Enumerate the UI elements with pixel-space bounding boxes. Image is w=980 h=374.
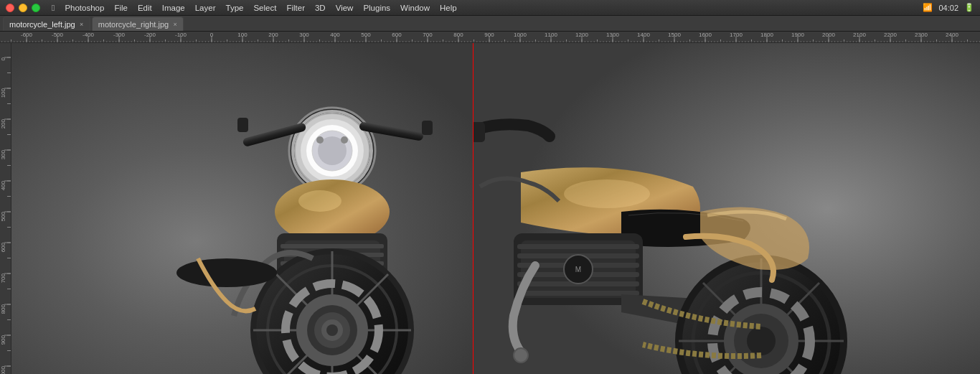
svg-text:M: M [575,266,581,274]
tab-close-0[interactable]: × [77,20,86,29]
tab-close-1[interactable]: × [171,20,179,29]
maximize-button[interactable] [32,4,40,12]
menu-item-edit[interactable]: Edit [138,4,152,12]
motorcycle-image: M [11,43,980,374]
clock: 04:02 [938,4,958,12]
svg-point-42 [176,258,277,287]
menu-item-select[interactable]: Select [253,4,276,12]
svg-rect-18 [237,118,248,132]
menu-item-image[interactable]: Image [162,4,185,12]
menu-item-plugins[interactable]: Plugins [363,4,390,12]
titlebar:  Photoshop File Edit Image Layer Type S… [0,0,980,16]
svg-point-15 [341,136,348,144]
svg-rect-46 [517,244,639,249]
menu-item-window[interactable]: Window [400,4,430,12]
svg-point-22 [298,190,341,212]
svg-rect-25 [281,244,384,248]
apple-logo-icon:  [52,3,55,13]
menu-bar:  Photoshop File Edit Image Layer Type S… [52,3,457,13]
svg-rect-65 [471,122,485,142]
vertical-ruler [0,43,11,374]
tab-label-1: motorcycle_right.jpg [98,20,169,29]
tab-1[interactable]: motorcycle_right.jpg × [92,17,184,31]
canvas-area[interactable]: M [11,43,980,374]
close-button[interactable] [6,4,14,12]
ruler-v-canvas [0,43,11,374]
svg-rect-20 [422,121,433,135]
menu-item-3d[interactable]: 3D [315,4,326,12]
horizontal-ruler [0,32,980,43]
menu-item-view[interactable]: View [336,4,354,12]
menu-item-type[interactable]: Type [226,4,244,12]
tab-0[interactable]: motorcycle_left.jpg × [3,17,90,31]
tab-label-0: motorcycle_left.jpg [9,20,75,29]
traffic-lights [6,4,40,12]
svg-point-41 [326,324,338,336]
menu-item-help[interactable]: Help [440,4,457,12]
svg-point-14 [316,136,324,144]
tabs-bar: motorcycle_left.jpg × motorcycle_right.j… [0,16,980,32]
menu-item-filter[interactable]: Filter [286,4,305,12]
menu-item-file[interactable]: File [114,4,128,12]
workspace: M [0,43,980,374]
menu-item-layer[interactable]: Layer [195,4,216,12]
svg-point-64 [514,348,528,363]
wifi-icon: 📶 [923,3,933,12]
svg-point-63 [747,327,776,355]
svg-rect-51 [517,291,639,296]
minimize-button[interactable] [19,4,27,12]
svg-point-43 [564,179,650,208]
titlebar-right: 📶 04:02 🔋 [923,3,974,12]
battery-icon: 🔋 [964,3,974,12]
menu-item-photoshop[interactable]: Photoshop [65,4,104,12]
ruler-h-canvas [0,32,980,43]
